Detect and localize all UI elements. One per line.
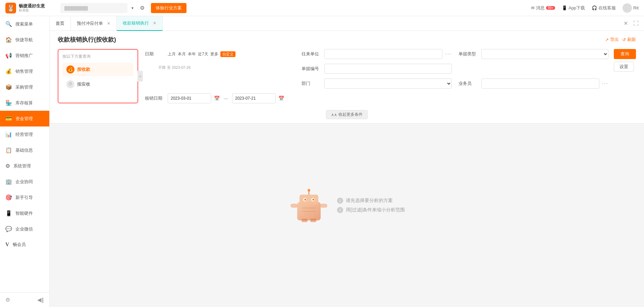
sidebar-item-label: 营销推广 [15, 53, 33, 59]
empty-tips: 1 请先选择要分析的方案 2 用[过滤]条件来缩小分析范围 [337, 198, 405, 213]
sidebar-item-marketing[interactable]: 📢 营销推广 [0, 48, 49, 63]
sidebar-item-label: 经营管理 [15, 132, 33, 138]
header-dropdown-icon[interactable]: ▾ [131, 6, 133, 10]
tip-number-1: 1 [337, 198, 343, 204]
filter-row-verify-date: 核销日期 📅 — 📅 [145, 93, 452, 103]
chat-icon: 💬 [5, 226, 12, 232]
message-button[interactable]: ✉ 消息 99+ [531, 5, 555, 11]
tab-close-all-icon[interactable]: ✕ [622, 19, 629, 28]
filter-fields-wrapper: 日期 上月 本月 本年 近7天 更多 自定义 往来单位 ·· [145, 49, 636, 103]
sidebar-item-sales[interactable]: 💰 销售管理 [0, 63, 49, 79]
receivable-icon: ⏱ [66, 80, 74, 88]
filter-row-doc-type: 单据类型 [459, 49, 608, 59]
user-profile[interactable]: Rit [623, 3, 639, 13]
filter-option-receivable-label: 按应收 [77, 81, 90, 87]
date-range-separator: — [224, 96, 228, 101]
date-btn-custom[interactable]: 自定义 [220, 51, 235, 57]
sidebar-item-inventory[interactable]: 🏪 库存核算 [0, 95, 49, 111]
building-icon: 🏢 [5, 178, 12, 185]
search-placeholder-text: ▓▓▓▓▓▓▓▓ [64, 6, 88, 10]
date-btn-more[interactable]: 更多 [210, 51, 218, 57]
tab-expand-icon[interactable]: ⛶ [632, 19, 640, 28]
date-btn-this-year[interactable]: 本年 [188, 51, 196, 57]
empty-state: 1 请先选择要分析的方案 2 用[过滤]条件来缩小分析范围 [50, 123, 644, 307]
box-icon: 📦 [5, 84, 12, 90]
staff-more-icon[interactable]: ··· [602, 81, 608, 87]
online-service-button[interactable]: 🎧 在线客服 [592, 5, 616, 11]
sidebar-item-basicinfo[interactable]: 📋 基础信息 [0, 142, 49, 158]
empty-tip-2: 2 用[过滤]条件来缩小分析范围 [337, 207, 405, 213]
tab-prepay-close[interactable]: ✕ [107, 21, 110, 26]
card-icon: 💳 [5, 115, 12, 122]
export-icon: ↗ [605, 37, 609, 42]
sidebar-settings-icon[interactable]: ⚙ [5, 297, 10, 303]
svg-rect-12 [302, 219, 308, 222]
refresh-button[interactable]: ↺ 刷新 [622, 37, 636, 43]
dept-select[interactable] [324, 79, 451, 89]
filter-action-buttons: 查询 设置 [614, 49, 636, 103]
filter-panel: 按以下方案查询 💰 按收款 ⏱ 按应收 » 日期 [50, 44, 644, 109]
calendar-start-icon[interactable]: 📅 [214, 96, 220, 101]
doc-number-input[interactable] [324, 64, 451, 74]
gear-button[interactable]: ⚙ [138, 3, 147, 13]
sidebar-item-quick[interactable]: 🏠 快捷导航 [0, 32, 49, 48]
filter-row-date: 日期 上月 本月 本年 近7天 更多 自定义 [145, 49, 295, 59]
sidebar-item-label: 基础信息 [15, 147, 33, 153]
sidebar-item-hardware[interactable]: 📱 智能硬件 [0, 205, 49, 221]
empty-illustration [289, 185, 329, 225]
sidebar-item-purchase[interactable]: 📦 采购管理 [0, 79, 49, 95]
filter-collapse-arrow[interactable]: » [138, 71, 143, 82]
sidebar-item-wechat[interactable]: 💬 企业微信 [0, 221, 49, 237]
top-header: 🐰 畅捷通好生意 标准版 ▓▓▓▓▓▓▓▓ ▾ ⚙ 体验行业方案 ✉ 消息 99… [0, 0, 644, 16]
collapse-more-area: ∧∧ 收起更多条件 [50, 107, 644, 123]
tab-prepay[interactable]: 预付冲应付单 ✕ [71, 16, 117, 31]
message-badge: 99+ [546, 6, 555, 10]
filter-option-by-receivable[interactable]: ⏱ 按应收 [62, 78, 133, 91]
doc-type-select[interactable] [481, 49, 608, 59]
sidebar-item-enterprise[interactable]: 🏢 企业协同 [0, 174, 49, 190]
sidebar-item-system[interactable]: ⚙ 系统管理 [0, 158, 49, 174]
tab-collection-close[interactable]: ✕ [153, 21, 156, 25]
sidebar-item-finance[interactable]: 💳 资金管理 [0, 111, 49, 126]
date-btn-last-month[interactable]: 上月 [168, 51, 176, 57]
svg-rect-9 [320, 204, 327, 208]
app-download-button[interactable]: 📱 App下载 [562, 5, 585, 11]
receipt-icon: 💰 [66, 65, 74, 73]
industry-solution-button[interactable]: 体验行业方案 [151, 3, 186, 13]
header-right: ✉ 消息 99+ 📱 App下载 🎧 在线客服 Rit [531, 3, 639, 13]
export-button[interactable]: ↗ 导出 [605, 37, 619, 43]
doc-type-label: 单据类型 [459, 51, 479, 57]
page-title: 收款核销执行(按收款) [58, 36, 116, 44]
sidebar-collapse-icon[interactable]: ◀‖ [37, 297, 44, 303]
filter-row-staff: 业务员 ··· [459, 79, 608, 89]
verify-date-end-input[interactable] [232, 93, 276, 103]
clipboard-icon: 📋 [5, 147, 12, 153]
date-btn-7days[interactable]: 近7天 [198, 51, 208, 57]
filter-option-by-receipt[interactable]: 💰 按收款 [62, 63, 133, 76]
counterpart-input[interactable] [324, 49, 442, 59]
svg-point-4 [305, 199, 306, 200]
tab-collection[interactable]: 收款核销执行 ✕ [117, 16, 163, 31]
header-search-box[interactable]: ▓▓▓▓▓▓▓▓ [60, 3, 127, 13]
sidebar-item-vip[interactable]: V 畅会员 [0, 237, 49, 252]
sidebar-item-label: 采购管理 [15, 84, 33, 90]
tab-home[interactable]: 首页 [50, 16, 71, 31]
staff-input[interactable] [481, 79, 599, 89]
download-icon: 📱 [562, 5, 567, 10]
service-icon: 🎧 [592, 5, 597, 10]
sidebar-item-label: 智能硬件 [15, 210, 33, 216]
sidebar-item-operations[interactable]: 📊 经营管理 [0, 126, 49, 142]
query-button[interactable]: 查询 [614, 49, 636, 59]
money-icon: 💰 [5, 68, 12, 74]
logo-text: 畅捷通好生意 标准版 [19, 3, 45, 13]
sidebar-item-search[interactable]: 🔍 搜索菜单 [0, 16, 49, 32]
filter-grid: 日期 上月 本月 本年 近7天 更多 自定义 往来单位 ·· [145, 49, 608, 103]
date-btn-this-month[interactable]: 本月 [178, 51, 186, 57]
setting-button[interactable]: 设置 [614, 62, 634, 72]
verify-date-start-input[interactable] [168, 93, 211, 103]
collapse-more-button[interactable]: ∧∧ 收起更多条件 [326, 110, 368, 119]
date-label: 日期 [145, 51, 165, 57]
calendar-end-icon[interactable]: 📅 [278, 96, 284, 101]
sidebar-item-guide[interactable]: 🎯 新手引导 [0, 190, 49, 205]
counterpart-more-icon[interactable]: ··· [445, 51, 451, 57]
